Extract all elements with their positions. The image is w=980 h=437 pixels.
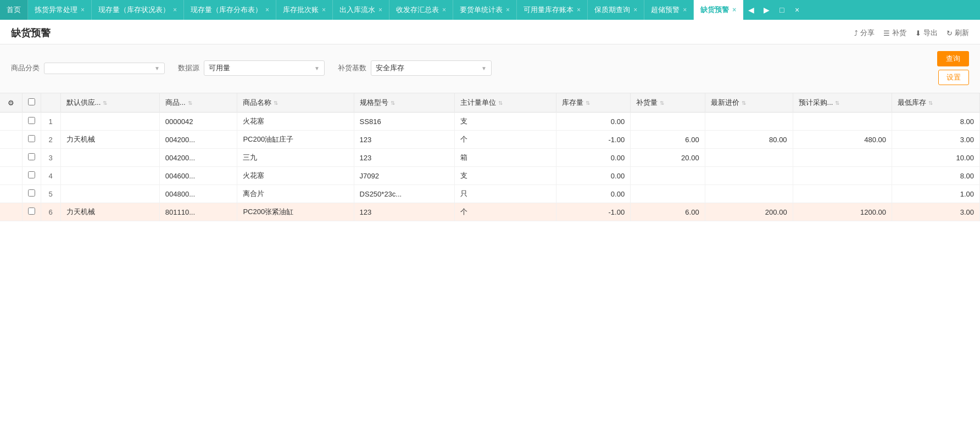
- settings-button[interactable]: 设置: [938, 70, 969, 85]
- close-tab-inout-flow[interactable]: ×: [378, 6, 382, 14]
- min-stock-cell: 3.00: [892, 131, 979, 149]
- tab-batch-account[interactable]: 库存批次账 ×: [276, 0, 333, 20]
- sort-price-icon: ⇅: [742, 100, 746, 106]
- export-action[interactable]: ⬇ 导出: [915, 28, 938, 38]
- table-row: 2力天机械004200...PC200油缸庄子123个-1.006.0080.0…: [0, 131, 980, 149]
- sort-inventory-icon: ⇅: [586, 100, 590, 106]
- category-select[interactable]: ▼: [44, 63, 165, 74]
- sort-purchase-icon: ⇅: [835, 100, 839, 106]
- product-code-cell: 004200...: [159, 149, 237, 167]
- col-inventory[interactable]: 库存量⇅: [556, 93, 630, 113]
- window-btn[interactable]: □: [774, 0, 789, 20]
- spec-cell: 123: [354, 131, 455, 149]
- tab-prev-btn[interactable]: ◀: [743, 0, 759, 20]
- datasource-select[interactable]: 可用量 ▼: [204, 60, 325, 76]
- row-checkbox[interactable]: [28, 153, 35, 160]
- inventory-cell: -1.00: [556, 203, 630, 221]
- close-tab-inventory-dist[interactable]: ×: [265, 6, 269, 14]
- settings-cell: [0, 113, 22, 131]
- product-code-cell: 004800...: [159, 185, 237, 203]
- est-purchase-cell: [793, 167, 892, 185]
- sort-minstock-icon: ⇅: [928, 100, 933, 106]
- inventory-cell: -1.00: [556, 131, 630, 149]
- tab-collect-summary[interactable]: 收发存汇总表 ×: [389, 0, 453, 20]
- row-checkbox[interactable]: [28, 208, 35, 215]
- tab-order-stat[interactable]: 要货单统计表 ×: [453, 0, 517, 20]
- close-tab-expiry-query[interactable]: ×: [633, 6, 637, 14]
- col-product-name[interactable]: 商品名称⇅: [237, 93, 354, 113]
- latest-price-cell: [705, 149, 793, 167]
- col-spec[interactable]: 规格型号⇅: [354, 93, 455, 113]
- row-checkbox[interactable]: [28, 171, 35, 178]
- datasource-arrow-icon: ▼: [314, 65, 320, 71]
- supplier-cell: [60, 185, 159, 203]
- header-actions: ⤴ 分享 ☰ 补货 ⬇ 导出 ↻ 刷新: [854, 28, 969, 38]
- supplier-cell: [60, 113, 159, 131]
- replenish-action[interactable]: ☰ 补货: [883, 28, 906, 38]
- col-default-supplier[interactable]: 默认供应...⇅: [60, 93, 159, 113]
- est-purchase-cell: [793, 149, 892, 167]
- col-est-purchase[interactable]: 预计采购...⇅: [793, 93, 892, 113]
- tab-home[interactable]: 首页: [0, 0, 28, 20]
- close-tab-abnormal[interactable]: ×: [81, 6, 85, 14]
- tab-inventory-dist[interactable]: 现存量（库存分布表） ×: [184, 0, 276, 20]
- tab-shortage[interactable]: 缺货预警 ×: [694, 0, 743, 20]
- row-num-cell: 1: [41, 113, 60, 131]
- tab-next-btn[interactable]: ▶: [759, 0, 774, 20]
- product-name-cell: 三九: [237, 149, 354, 167]
- export-icon: ⬇: [915, 29, 921, 37]
- unit-cell: 支: [455, 167, 556, 185]
- close-tab-inventory-status[interactable]: ×: [173, 6, 177, 14]
- share-action[interactable]: ⤴ 分享: [854, 28, 875, 38]
- col-replenish-qty[interactable]: 补货量⇅: [631, 93, 705, 113]
- tab-available-ledger[interactable]: 可用量库存账本 ×: [517, 0, 588, 20]
- refresh-action[interactable]: ↻ 刷新: [946, 28, 969, 38]
- close-tab-available-ledger[interactable]: ×: [577, 6, 581, 14]
- query-button[interactable]: 查询: [937, 51, 969, 66]
- row-checkbox[interactable]: [28, 189, 35, 197]
- latest-price-cell: [705, 113, 793, 131]
- row-checkbox[interactable]: [28, 117, 35, 124]
- settings-cell: [0, 167, 22, 185]
- replenish-qty-cell: [631, 167, 705, 185]
- close-tab-collect-summary[interactable]: ×: [442, 6, 446, 14]
- checkbox-cell: [22, 203, 41, 221]
- tab-inout-flow[interactable]: 出入库流水 ×: [333, 0, 389, 20]
- close-tab-overstock[interactable]: ×: [683, 6, 687, 14]
- spec-cell: J7092: [354, 167, 455, 185]
- est-purchase-cell: [793, 113, 892, 131]
- spec-cell: DS250*23c...: [354, 185, 455, 203]
- select-all-checkbox[interactable]: [28, 98, 35, 105]
- tab-inventory-status[interactable]: 现存量（库存状况表） ×: [92, 0, 184, 20]
- col-product-code[interactable]: 商品...⇅: [159, 93, 237, 113]
- table-row: 3004200...三九123箱0.0020.0010.00: [0, 149, 980, 167]
- col-settings[interactable]: ⚙: [0, 93, 22, 113]
- min-stock-cell: 10.00: [892, 149, 979, 167]
- replenish-qty-cell: 20.00: [631, 149, 705, 167]
- spec-cell: 123: [354, 203, 455, 221]
- close-all-btn[interactable]: ×: [789, 0, 805, 20]
- close-tab-order-stat[interactable]: ×: [506, 6, 510, 14]
- checkbox-cell: [22, 185, 41, 203]
- close-tab-shortage[interactable]: ×: [732, 6, 736, 14]
- replenish-base-select[interactable]: 安全库存 ▼: [371, 60, 492, 76]
- category-arrow-icon: ▼: [154, 65, 160, 71]
- latest-price-cell: [705, 185, 793, 203]
- min-stock-cell: 3.00: [892, 203, 979, 221]
- product-name-cell: PC200油缸庄子: [237, 131, 354, 149]
- tab-overstock[interactable]: 超储预警 ×: [644, 0, 694, 20]
- col-unit[interactable]: 主计量单位⇅: [455, 93, 556, 113]
- col-latest-price[interactable]: 最新进价⇅: [705, 93, 793, 113]
- row-checkbox[interactable]: [28, 135, 35, 142]
- replenish-qty-cell: 6.00: [631, 203, 705, 221]
- tab-expiry-query[interactable]: 保质期查询 ×: [588, 0, 644, 20]
- share-icon: ⤴: [854, 29, 858, 37]
- col-min-stock[interactable]: 最低库存⇅: [892, 93, 979, 113]
- filters-row: 商品分类 ▼ 数据源 可用量 ▼ 补货基数 安全库存 ▼: [11, 51, 969, 85]
- tab-abnormal[interactable]: 拣货异常处理 ×: [28, 0, 92, 20]
- close-tab-batch-account[interactable]: ×: [322, 6, 326, 14]
- checkbox-cell: [22, 149, 41, 167]
- unit-cell: 箱: [455, 149, 556, 167]
- main-content: 缺货预警 ⤴ 分享 ☰ 补货 ⬇ 导出 ↻ 刷新 商品分类: [0, 20, 980, 437]
- settings-cell: [0, 131, 22, 149]
